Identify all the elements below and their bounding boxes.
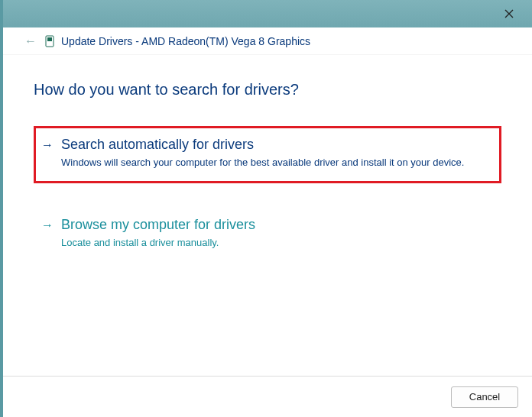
content-area: How do you want to search for drivers? →… <box>3 55 532 376</box>
window-title: Update Drivers - AMD Radeon(TM) Vega 8 G… <box>61 35 310 47</box>
option-title: Search automatically for drivers <box>61 137 254 153</box>
update-drivers-dialog: ← Update Drivers - AMD Radeon(TM) Vega 8… <box>0 0 532 417</box>
titlebar <box>3 0 532 27</box>
close-button[interactable] <box>498 3 520 24</box>
option-title: Browse my computer for drivers <box>61 217 255 233</box>
cancel-button[interactable]: Cancel <box>451 386 518 408</box>
page-heading: How do you want to search for drivers? <box>34 81 501 99</box>
header-bar: ← Update Drivers - AMD Radeon(TM) Vega 8… <box>3 27 532 55</box>
svg-rect-1 <box>47 37 52 41</box>
option-search-automatically[interactable]: → Search automatically for drivers Windo… <box>34 126 501 183</box>
close-icon <box>504 9 514 18</box>
arrow-right-icon: → <box>41 218 54 232</box>
device-icon <box>44 34 55 48</box>
footer: Cancel <box>3 376 532 417</box>
option-browse-computer[interactable]: → Browse my computer for drivers Locate … <box>34 206 501 263</box>
option-description: Windows will search your computer for th… <box>61 156 491 170</box>
option-description: Locate and install a driver manually. <box>61 236 491 250</box>
arrow-right-icon: → <box>41 138 54 152</box>
back-arrow-icon[interactable]: ← <box>24 34 38 48</box>
